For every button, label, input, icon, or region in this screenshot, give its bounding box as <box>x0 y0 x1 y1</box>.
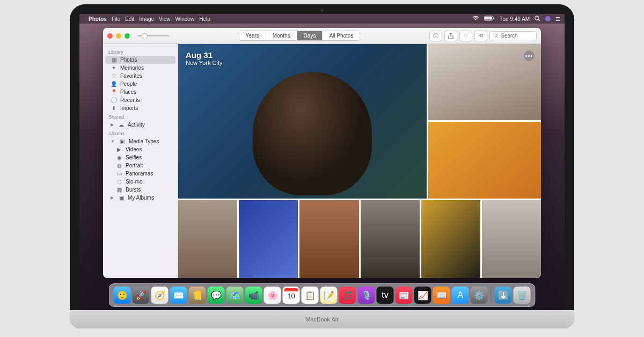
sidebar-item-my-albums[interactable]: ▶▣My Albums <box>103 194 178 202</box>
share-button[interactable] <box>444 31 457 41</box>
clock[interactable]: Tue 9:41 AM <box>500 16 530 22</box>
dock-podcasts-icon[interactable]: 🎙️ <box>358 287 375 304</box>
zoom-slider[interactable] <box>137 35 170 36</box>
disclosure-icon: ▼ <box>111 139 115 144</box>
search-input[interactable] <box>501 33 533 39</box>
dock-stocks-icon[interactable]: 📈 <box>414 287 431 304</box>
sidebar-item-recents[interactable]: 🕘Recents <box>103 96 178 104</box>
device-label: MacBook Air <box>305 316 339 323</box>
sidebar-item-selfies[interactable]: ◉Selfies <box>103 153 178 162</box>
photo-thumb[interactable] <box>299 200 358 278</box>
photo-thumb[interactable] <box>178 200 237 278</box>
photo-tile[interactable] <box>428 122 541 198</box>
menu-view[interactable]: View <box>159 16 171 22</box>
sidebar-item-photos[interactable]: ▦Photos <box>105 56 175 64</box>
dock-notes-icon[interactable]: 📝 <box>320 287 338 304</box>
desktop: Photos File Edit Image View Window Help … <box>79 14 565 310</box>
dock-settings-icon[interactable]: ⚙️ <box>471 287 488 304</box>
dock-news-icon[interactable]: 📰 <box>396 287 413 304</box>
dock-photos-icon[interactable]: 🌸 <box>264 287 281 304</box>
rotate-button[interactable]: ⟲ <box>474 31 487 41</box>
sidebar-item-favorites[interactable]: ♡Favorites <box>103 72 178 80</box>
selfie-icon: ◉ <box>116 155 122 160</box>
hero-photo[interactable]: Aug 31 New York City <box>178 44 427 199</box>
sidebar-item-label: Portrait <box>126 163 143 169</box>
sidebar-item-media-types[interactable]: ▼▣Media Types <box>103 137 178 145</box>
dock-reminders-icon[interactable]: 📋 <box>302 287 319 304</box>
dock-music-icon[interactable]: 🎵 <box>339 287 356 304</box>
dock-calendar-icon[interactable]: 10 <box>283 287 300 304</box>
seg-all[interactable]: All Photos <box>323 31 360 40</box>
sidebar-item-label: Photos <box>120 57 137 63</box>
dock-appstore-icon[interactable]: A <box>452 287 469 304</box>
spotlight-icon[interactable] <box>535 16 540 23</box>
menu-window[interactable]: Window <box>175 16 195 22</box>
close-button[interactable] <box>107 33 113 39</box>
view-segment: Years Months Days All Photos <box>239 31 361 41</box>
sidebar-item-portrait[interactable]: ◍Portrait <box>103 162 178 170</box>
date-overlay: Aug 31 New York City <box>186 50 222 66</box>
sidebar-item-activity[interactable]: ▶☁Activity <box>103 121 178 129</box>
sidebar-item-label: Videos <box>126 146 142 152</box>
photo-thumb[interactable] <box>482 200 541 278</box>
wifi-icon[interactable] <box>472 16 479 22</box>
svg-line-4 <box>538 19 540 21</box>
sidebar: Library▦Photos✦Memories♡Favorites👤People… <box>103 44 178 278</box>
sidebar-item-label: Imports <box>120 105 138 111</box>
sidebar-item-slo-mo[interactable]: ◌Slo-mo <box>103 178 178 186</box>
favorite-button[interactable]: ♡ <box>459 31 472 41</box>
seg-years[interactable]: Years <box>239 31 266 40</box>
sidebar-item-label: Recents <box>120 97 140 103</box>
photo-thumb[interactable] <box>361 200 420 278</box>
folder-icon: ▣ <box>118 195 125 201</box>
sidebar-item-label: Selfies <box>126 155 142 160</box>
dock-safari-icon[interactable]: 🧭 <box>151 287 169 304</box>
slomo-icon: ◌ <box>116 179 122 185</box>
app-menu[interactable]: Photos <box>89 16 107 22</box>
window-controls <box>107 33 130 39</box>
dock-maps-icon[interactable]: 🗺️ <box>226 287 244 304</box>
sidebar-item-memories[interactable]: ✦Memories <box>103 64 178 72</box>
seg-months[interactable]: Months <box>266 31 297 40</box>
photo-thumb[interactable] <box>421 200 480 278</box>
svg-rect-2 <box>493 18 494 19</box>
battery-icon[interactable] <box>484 16 495 22</box>
dock-messages-icon[interactable]: 💬 <box>208 287 225 304</box>
dock-facetime-icon[interactable]: 📹 <box>245 287 262 304</box>
sidebar-header: Library <box>103 47 178 56</box>
dock-trash-icon[interactable]: 🗑️ <box>514 287 531 304</box>
dock-contacts-icon[interactable]: 📒 <box>189 287 206 304</box>
search-field[interactable] <box>489 31 537 40</box>
sidebar-item-label: Places <box>120 89 136 95</box>
info-button[interactable]: ⓘ <box>429 31 442 41</box>
sidebar-item-label: Memories <box>120 65 144 71</box>
menu-file[interactable]: File <box>112 16 120 22</box>
sidebar-item-bursts[interactable]: ▩Bursts <box>103 186 178 194</box>
sidebar-item-imports[interactable]: ⬇Imports <box>103 104 178 112</box>
sidebar-item-people[interactable]: 👤People <box>103 80 178 88</box>
import-icon: ⬇ <box>111 105 117 111</box>
sidebar-item-videos[interactable]: ▶Videos <box>103 145 178 153</box>
menu-help[interactable]: Help <box>199 16 210 22</box>
sidebar-item-label: People <box>120 81 137 87</box>
more-button[interactable]: ••• <box>524 50 535 61</box>
dock-launchpad-icon[interactable]: 🚀 <box>133 287 150 304</box>
control-center-icon[interactable] <box>545 16 551 21</box>
photo-grid: Aug 31 New York City ••• <box>178 44 541 278</box>
dock-books-icon[interactable]: 📖 <box>433 287 450 304</box>
photo-thumb[interactable] <box>239 200 298 278</box>
dock-finder-icon[interactable]: 🙂 <box>114 287 131 304</box>
dock-downloads-icon[interactable]: ⬇️ <box>495 287 512 304</box>
menu-edit[interactable]: Edit <box>125 16 134 22</box>
sidebar-item-panoramas[interactable]: ▭Panoramas <box>103 170 178 178</box>
dock-tv-icon[interactable]: tv <box>377 287 394 304</box>
notification-center-icon[interactable]: ☰ <box>555 16 560 22</box>
dock-mail-icon[interactable]: ✉️ <box>170 287 187 304</box>
location-label: New York City <box>186 60 222 66</box>
fullscreen-button[interactable] <box>125 33 130 39</box>
seg-days[interactable]: Days <box>297 31 323 40</box>
sidebar-item-label: Slo-mo <box>126 179 143 185</box>
minimize-button[interactable] <box>116 33 121 39</box>
sidebar-item-places[interactable]: 📍Places <box>103 88 178 96</box>
menu-image[interactable]: Image <box>139 16 154 22</box>
